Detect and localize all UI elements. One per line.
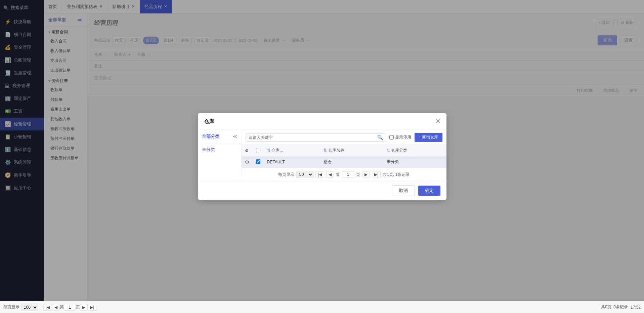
search-input-wrap[interactable]: 🔍 [246,133,386,142]
col-code-label: 仓库... [271,148,283,153]
col-name-header[interactable]: ⇅ 仓库名称 [320,145,383,156]
pagination-page-label: 算 [336,172,340,178]
pagination-next[interactable]: ▶ [362,171,370,178]
col-category-label: 仓库分类 [391,148,407,153]
col-checkbox [253,145,264,156]
taskbar-total: 共0页, 0条记录 [601,304,628,310]
taskbar-page-suffix: 页 [76,304,80,310]
dialog-close-icon[interactable]: ✕ [435,118,440,125]
pagination-total: 共1页, 1条记录 [383,172,410,178]
sort-icon: ⇅ [267,148,270,153]
col-gear: ⚙ [242,145,253,156]
row-gear[interactable]: ⚙ [242,156,253,168]
row-category: 未分类 [383,156,446,168]
show-disabled-text: 显示停用 [395,134,411,140]
col-category-header[interactable]: ⇅ 仓库分类 [383,145,446,156]
select-all-checkbox[interactable] [256,148,260,152]
row-select-checkbox[interactable] [256,159,260,164]
table-row[interactable]: ⚙ DEFAULT 总仓 未分类 [242,156,446,168]
taskbar-first-page[interactable]: |◀ [43,304,52,311]
show-disabled-checkbox[interactable] [389,135,394,140]
table-header-row: ⚙ ⇅ 仓库... ⇅ 仓库名称 [242,145,446,156]
dialog-body: 全部分类 ≪ 未分类 🔍 显示停用 [198,130,446,181]
left-panel-uncategorized[interactable]: 未分类 [198,143,241,156]
search-icon[interactable]: 🔍 [377,135,383,140]
warehouse-dialog: 仓库 ✕ 全部分类 ≪ 未分类 🔍 [198,113,446,200]
row-checkbox[interactable] [253,156,264,168]
sort-icon: ⇅ [324,148,327,153]
left-panel-collapse-icon[interactable]: ≪ [233,134,237,139]
taskbar-page-label [39,304,43,310]
show-disabled-label[interactable]: 显示停用 [389,134,411,140]
confirm-button[interactable]: 确定 [418,186,440,196]
taskbar-time: 17:52 [631,305,641,310]
add-warehouse-label: + 新增仓库 [419,134,438,140]
taskbar-right: 共0页, 0条记录 17:52 [601,304,641,310]
taskbar: 每页显示 100 50 20 |◀ ◀ 第 页 ▶ ▶| 共0页, 0条记录 1… [0,301,644,313]
dialog-left-panel: 全部分类 ≪ 未分类 [198,130,242,181]
row-id: DEFAULT [264,156,320,168]
dialog-title: 仓库 [204,118,214,125]
category-label: 未分类 [202,147,215,152]
taskbar-last-page[interactable]: ▶| [88,304,96,311]
gear-header-icon: ⚙ [245,148,249,153]
add-warehouse-button[interactable]: + 新增仓库 [415,133,442,142]
taskbar-next-page[interactable]: ▶ [80,304,88,311]
all-category-label[interactable]: 全部分类 [202,133,219,140]
warehouse-table: ⚙ ⇅ 仓库... ⇅ 仓库名称 [242,145,446,168]
sort-icon: ⇅ [387,148,390,153]
taskbar-per-page-select[interactable]: 100 50 20 [21,304,38,311]
taskbar-prev-page[interactable]: ◀ [52,304,60,311]
dialog-toolbar: 🔍 显示停用 + 新增仓库 [242,130,446,145]
taskbar-page-text: 第 [60,304,64,310]
pagination-per-page-select[interactable]: 50 20 100 [296,171,313,178]
dialog-right-panel: 🔍 显示停用 + 新增仓库 ⚙ [242,130,446,181]
pagination-first[interactable]: |◀ [315,171,324,178]
cancel-button[interactable]: 取消 [392,185,415,196]
taskbar-per-page-label: 每页显示 [3,304,19,310]
pagination-page-suffix: 页 [356,172,360,178]
pagination-last[interactable]: ▶| [372,171,381,178]
col-code-header[interactable]: ⇅ 仓库... [264,145,320,156]
search-input[interactable] [249,135,378,140]
pagination-per-page-label: 每页显示 [278,172,294,178]
left-panel-header: 全部分类 ≪ [198,130,241,143]
dialog-pagination: 每页显示 50 20 100 |◀ ◀ 算 页 ▶ ▶| 共1页, 1条记录 [242,168,446,181]
dialog-header: 仓库 ✕ [198,113,446,130]
dialog-actions: 取消 确定 [198,181,446,200]
row-name: 总仓 [320,156,383,168]
modal-overlay[interactable]: 仓库 ✕ 全部分类 ≪ 未分类 🔍 [0,0,644,313]
pagination-page-input[interactable] [342,171,354,178]
dialog-table-body: ⚙ ⇅ 仓库... ⇅ 仓库名称 [242,145,446,168]
taskbar-page-input[interactable] [64,304,76,311]
pagination-prev[interactable]: ◀ [326,171,334,178]
col-name-label: 仓库名称 [328,148,344,153]
